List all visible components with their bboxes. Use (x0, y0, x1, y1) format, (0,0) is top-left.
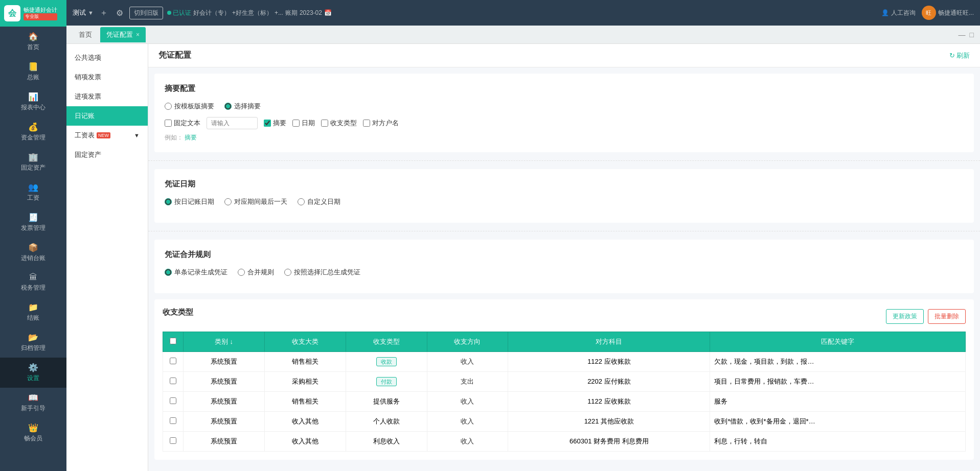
voucher-date-title: 凭证日期 (165, 179, 964, 189)
update-policy-button[interactable]: 更新政策 (886, 309, 924, 324)
company-name[interactable]: 测试 ▼ (73, 8, 94, 17)
close-tab-icon[interactable]: × (136, 31, 140, 38)
col-keywords: 匹配关键字 (710, 332, 966, 352)
sidebar-item-funds[interactable]: 💰 资金管理 (0, 117, 66, 147)
row-keywords: 收到*借款，收到*备用金，退回*备用金，个人 (710, 412, 966, 432)
logo-text: 畅捷通好会计 专业版 (24, 6, 57, 20)
radio-template-label[interactable]: 按模板版摘要 (165, 102, 214, 111)
left-nav-journal[interactable]: 日记账 (66, 106, 148, 126)
col-category: 类别 ↓ (184, 332, 265, 352)
row-checkbox[interactable] (170, 417, 176, 424)
archive-icon: 📂 (28, 333, 38, 342)
row-type[interactable]: 收款 (346, 352, 427, 372)
left-nav-sales-invoice[interactable]: 销项发票 (66, 67, 148, 87)
checkbox-counterparty-label[interactable]: 对方户名 (363, 119, 399, 128)
radio-custom-date-label[interactable]: 自定义日期 (298, 197, 340, 206)
table-row: 系统预置 采购相关 付款 支出 2202 应付账款 项目，日常费用，报销款，车费… (163, 372, 966, 392)
sidebar: 会 畅捷通好会计 专业版 🏠 首页 📒 总账 📊 报表中心 💰 资金管理 🏢 固… (0, 0, 66, 471)
sidebar-item-payroll[interactable]: 👥 工资 (0, 177, 66, 207)
col-account: 对方科目 (508, 332, 710, 352)
radio-single[interactable] (165, 269, 172, 276)
row-checkbox[interactable] (170, 397, 176, 404)
row-major-type: 销售相关 (264, 392, 346, 412)
radio-select[interactable] (224, 103, 232, 110)
row-category: 系统预置 (184, 372, 265, 392)
radio-template[interactable] (165, 103, 172, 110)
checkbox-fixed-text[interactable] (165, 120, 172, 127)
radio-single-label[interactable]: 单条记录生成凭证 (165, 268, 227, 277)
income-expense-section: 收支类型 更新政策 批量删除 类别 ↓ 收支大类 (154, 299, 974, 460)
funds-icon: 💰 (28, 122, 38, 132)
type-badge[interactable]: 收款 (376, 357, 397, 366)
radio-diary-date[interactable] (165, 198, 172, 205)
batch-delete-button[interactable]: 批量删除 (928, 309, 966, 324)
checkbox-summary[interactable] (264, 120, 271, 127)
row-direction: 收入 (427, 432, 508, 452)
row-direction: 收入 (427, 392, 508, 412)
checkbox-pay-type[interactable] (321, 120, 328, 127)
radio-merge-label[interactable]: 合并规则 (238, 268, 274, 277)
row-account: 660301 财务费用 利息费用 (508, 432, 710, 452)
checkbox-pay-type-label[interactable]: 收支类型 (321, 119, 357, 128)
product-tag2: +好生意（标） (232, 9, 272, 17)
checkbox-date-label[interactable]: 日期 (292, 119, 315, 128)
sidebar-item-member[interactable]: 👑 畅会员 (0, 418, 66, 448)
type-badge[interactable]: 付款 (376, 377, 397, 386)
radio-period-last[interactable] (224, 198, 232, 205)
tab-home[interactable]: 首页 (73, 27, 98, 42)
sidebar-item-invoices[interactable]: 🧾 发票管理 (0, 207, 66, 238)
summary-config-section: 摘要配置 按模板版摘要 选择摘要 固定文本 (154, 74, 974, 152)
left-nav-fixed-assets-sub[interactable]: 固定资产 (66, 145, 148, 164)
left-nav-public-options[interactable]: 公共选项 (66, 48, 148, 67)
sidebar-item-purchase-sales[interactable]: 📦 进销台账 (0, 238, 66, 268)
help-link[interactable]: 👤 人工咨询 (881, 9, 916, 17)
row-checkbox[interactable] (170, 358, 176, 364)
sidebar-item-settings[interactable]: ⚙️ 设置 (0, 358, 66, 388)
sidebar-item-guide[interactable]: 📖 新手引导 (0, 388, 66, 418)
calendar-icon[interactable]: 📅 (324, 9, 332, 16)
checkbox-fixed-text-label[interactable]: 固定文本 (165, 119, 200, 128)
sidebar-item-fixed-assets[interactable]: 🏢 固定资产 (0, 147, 66, 177)
checkbox-summary-label[interactable]: 摘要 (264, 119, 286, 128)
row-category: 系统预置 (184, 412, 265, 432)
row-category: 系统预置 (184, 392, 265, 412)
radio-total-label[interactable]: 按照选择汇总生成凭证 (284, 268, 360, 277)
switch-version-button[interactable]: 切到旧版 (129, 7, 163, 19)
checkbox-counterparty[interactable] (363, 120, 370, 127)
minimize-button[interactable]: — (959, 31, 966, 39)
payroll-chevron-icon: ▼ (134, 132, 140, 138)
row-account: 2202 应付账款 (508, 372, 710, 392)
fixed-text-input[interactable] (207, 117, 258, 129)
sidebar-item-closing[interactable]: 📁 结账 (0, 297, 66, 327)
invoices-icon: 🧾 (28, 213, 38, 222)
refresh-button[interactable]: ↻ 刷新 (949, 51, 970, 60)
certified-tag: 已认证 (167, 9, 191, 17)
maximize-button[interactable]: □ (970, 31, 974, 39)
left-nav-payroll-sheet[interactable]: 工资表 NEW ▼ (66, 126, 148, 145)
period-display: 账期 2023-02 📅 (285, 9, 332, 17)
radio-custom-date[interactable] (298, 198, 305, 205)
checkbox-date[interactable] (292, 120, 300, 127)
add-button[interactable]: ＋ (98, 7, 110, 19)
sidebar-item-archive[interactable]: 📂 归档管理 (0, 327, 66, 358)
radio-merge[interactable] (238, 269, 245, 276)
sidebar-item-ledger[interactable]: 📒 总账 (0, 57, 66, 87)
sidebar-item-tax[interactable]: 🏛 税务管理 (0, 268, 66, 297)
radio-total[interactable] (284, 269, 291, 276)
radio-select-label[interactable]: 选择摘要 (224, 102, 261, 111)
sidebar-item-home[interactable]: 🏠 首页 (0, 27, 66, 57)
product-tag1: 好会计（专） (193, 9, 230, 17)
select-all-checkbox[interactable] (170, 338, 176, 344)
settings-gear-button[interactable]: ⚙ (114, 7, 125, 19)
radio-diary-date-label[interactable]: 按日记账日期 (165, 197, 214, 206)
row-checkbox[interactable] (170, 437, 176, 444)
row-type[interactable]: 付款 (346, 372, 427, 392)
user-profile[interactable]: 旺 畅捷通旺旺... (922, 6, 974, 20)
sidebar-item-reports[interactable]: 📊 报表中心 (0, 87, 66, 117)
row-checkbox[interactable] (170, 378, 176, 384)
row-checkbox-cell (163, 392, 184, 412)
radio-period-last-label[interactable]: 对应期间最后一天 (224, 197, 287, 206)
tab-voucher-config[interactable]: 凭证配置 × (100, 27, 146, 42)
left-nav-purchase-invoice[interactable]: 进项发票 (66, 87, 148, 106)
summary-config-title: 摘要配置 (165, 84, 964, 93)
